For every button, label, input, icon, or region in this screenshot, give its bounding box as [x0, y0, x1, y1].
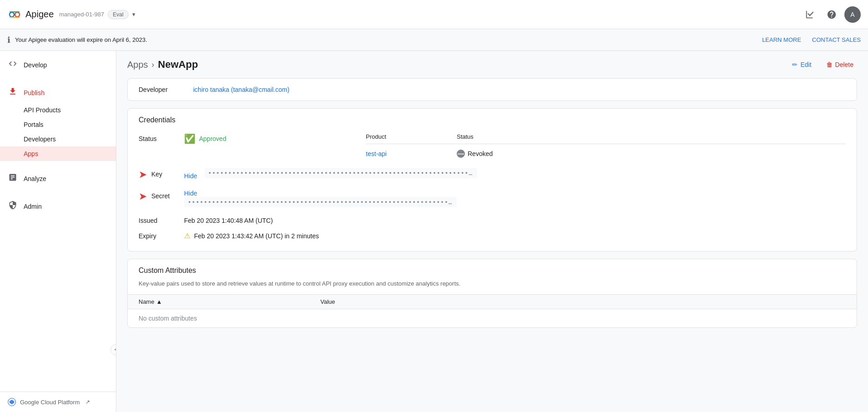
publish-label: Publish	[24, 89, 45, 96]
user-avatar-button[interactable]: A	[844, 6, 861, 23]
secret-hide-link[interactable]: Hide	[184, 190, 197, 197]
developer-value: ichiro tanaka (tanaka@cmail.com)	[193, 86, 289, 93]
sidebar-footer: Google Cloud Platform ↗	[0, 392, 116, 412]
product-row: test-api — Revoked	[366, 148, 846, 160]
value-col-header: Value	[320, 298, 846, 305]
developer-row: Developer ichiro tanaka (tanaka@cmail.co…	[128, 79, 857, 100]
issued-value: Feb 20 2023 1:40:48 AM (UTC)	[184, 217, 273, 224]
top-header: Apigee managed-01-987 Eval ▾ A	[0, 0, 868, 29]
develop-icon	[7, 59, 18, 70]
breadcrumb: Apps › NewApp	[127, 59, 198, 70]
issued-label: Issued	[139, 217, 184, 224]
external-link-icon: ↗	[85, 399, 90, 405]
key-value: ••••••••••••••••••••••••••••••••••••••••…	[205, 168, 477, 178]
custom-attributes-card: Custom Attributes Key-value pairs used t…	[127, 259, 857, 328]
eval-banner: ℹ Your Apigee evaluation will expire on …	[0, 29, 868, 51]
custom-attributes-title: Custom Attributes	[128, 259, 857, 278]
org-name: managed-01-987	[59, 11, 104, 18]
analyze-icon	[7, 173, 18, 184]
sidebar-item-publish[interactable]: Publish	[0, 82, 116, 103]
revoked-text: Revoked	[468, 150, 493, 157]
header-icons: A	[801, 5, 861, 24]
edit-icon: ✏	[792, 61, 798, 68]
logo-text: Apigee	[25, 9, 54, 20]
help-icon	[827, 10, 837, 20]
sidebar-item-apps[interactable]: Apps	[0, 146, 116, 161]
admin-label: Admin	[24, 203, 42, 210]
secret-arrow-icon: ➤	[139, 191, 147, 202]
analyze-label: Analyze	[24, 175, 46, 182]
svg-point-0	[10, 12, 14, 17]
developer-label: Developer	[139, 86, 193, 93]
status-left-area: Status ✅ Approved	[139, 133, 366, 144]
key-row: ➤ Key Hide •••••••••••••••••••••••••••••…	[128, 163, 857, 185]
org-dropdown-button[interactable]: ▾	[130, 9, 137, 20]
sidebar-item-analyze[interactable]: Analyze	[0, 168, 116, 189]
status-col-header: Status	[457, 133, 525, 140]
key-hide-link[interactable]: Hide	[184, 172, 197, 180]
expiry-value: Feb 20 2023 1:43:42 AM (UTC) in 2 minute…	[194, 232, 319, 240]
approved-check-icon: ✅	[184, 133, 195, 144]
publish-icon	[7, 87, 18, 98]
name-col-header: Name ▲	[139, 298, 320, 305]
sidebar-item-develop[interactable]: Develop	[0, 55, 116, 75]
sidebar-analyze-section: Analyze	[0, 165, 116, 192]
custom-attributes-description: Key-value pairs used to store and retrie…	[128, 278, 857, 294]
developers-label: Developers	[24, 136, 56, 143]
expiry-row: Expiry ⚠ Feb 20 2023 1:43:42 AM (UTC) in…	[128, 228, 857, 244]
content-area: Apps › NewApp ✏ Edit 🗑 Delete Developer …	[116, 51, 868, 412]
product-col-header: Product	[366, 133, 457, 140]
status-product-container: Status ✅ Approved Product Status test-ap…	[128, 128, 857, 163]
page-actions: ✏ Edit 🗑 Delete	[788, 58, 857, 71]
sidebar-item-portals[interactable]: Portals	[0, 117, 116, 132]
api-products-label: API Products	[24, 106, 61, 114]
breadcrumb-parent[interactable]: Apps	[127, 60, 148, 70]
key-arrow-icon: ➤	[139, 169, 147, 180]
sidebar-admin-section: Admin	[0, 192, 116, 220]
learn-more-button[interactable]: LEARN MORE	[762, 36, 801, 43]
expiry-label: Expiry	[139, 232, 184, 240]
banner-links: LEARN MORE CONTACT SALES	[762, 36, 861, 43]
product-table-header: Product Status	[366, 133, 846, 144]
page-header: Apps › NewApp ✏ Edit 🗑 Delete	[116, 51, 868, 78]
notifications-icon	[805, 10, 815, 20]
avatar-initial: A	[850, 11, 854, 18]
delete-button[interactable]: 🗑 Delete	[823, 58, 857, 71]
sidebar-item-developers[interactable]: Developers	[0, 132, 116, 146]
contact-sales-button[interactable]: CONTACT SALES	[812, 36, 861, 43]
sidebar-publish-section: Publish API Products Portals Developers …	[0, 79, 116, 165]
edit-button[interactable]: ✏ Edit	[788, 58, 815, 71]
credentials-title-area: Credentials	[128, 109, 857, 124]
product-name[interactable]: test-api	[366, 150, 457, 157]
sidebar-item-admin[interactable]: Admin	[0, 196, 116, 216]
apigee-logo-icon	[7, 7, 22, 22]
secret-label: ➤ Secret	[139, 190, 184, 202]
approved-text: Approved	[199, 135, 226, 142]
sidebar-item-api-products[interactable]: API Products	[0, 103, 116, 117]
secret-content: Hide •••••••••••••••••••••••••••••••••••…	[184, 190, 846, 209]
status-approved: ✅ Approved	[184, 133, 226, 144]
info-icon: ℹ	[7, 35, 10, 45]
product-table: Product Status test-api — Revoked	[366, 133, 846, 160]
main-layout: Develop Publish API Products Portals Dev…	[0, 51, 868, 412]
developer-card: Developer ichiro tanaka (tanaka@cmail.co…	[127, 78, 857, 101]
secret-value: ••••••••••••••••••••••••••••••••••••••••…	[184, 197, 457, 207]
admin-icon	[7, 201, 18, 212]
notifications-button[interactable]	[801, 5, 819, 24]
warning-icon: ⚠	[184, 231, 190, 240]
edit-label: Edit	[800, 61, 811, 68]
issued-row: Issued Feb 20 2023 1:40:48 AM (UTC)	[128, 213, 857, 228]
status-label: Status	[139, 135, 184, 142]
credentials-card: Credentials Status ✅ Approved Product	[127, 108, 857, 251]
custom-attributes-table-header: Name ▲ Value	[128, 294, 857, 309]
credentials-title: Credentials	[139, 116, 846, 124]
help-button[interactable]	[823, 5, 841, 24]
collapse-sidebar-button[interactable]: <	[110, 344, 116, 355]
apigee-logo: Apigee	[7, 7, 54, 22]
svg-point-1	[15, 12, 20, 17]
banner-text: Your Apigee evaluation will expire on Ap…	[15, 36, 762, 43]
breadcrumb-separator: ›	[152, 60, 155, 70]
gcp-icon	[7, 397, 16, 407]
sidebar: Develop Publish API Products Portals Dev…	[0, 51, 116, 412]
sort-icon[interactable]: ▲	[156, 298, 162, 305]
